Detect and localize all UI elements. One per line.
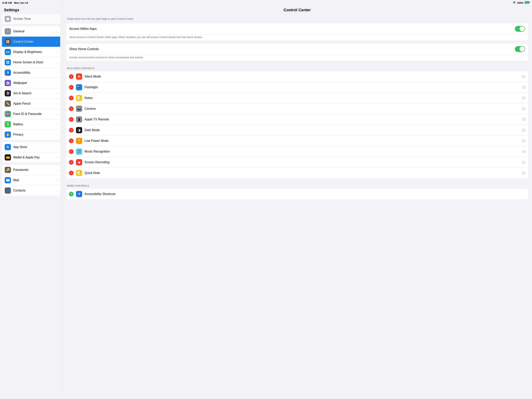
apple-tv-remote-drag-handle[interactable] xyxy=(522,118,525,121)
sidebar-item-appstore[interactable]: A App Store › xyxy=(2,142,60,152)
notes-label: Notes xyxy=(84,96,522,100)
remove-music-recognition-button[interactable] xyxy=(69,149,74,154)
more-controls-list: ♿ Accessibility Shortcuts xyxy=(66,189,528,199)
apple-tv-remote-icon: 📱 xyxy=(76,116,82,122)
notes-drag-handle[interactable] xyxy=(522,97,525,99)
control-item-dark-mode: ◑ Dark Mode xyxy=(66,125,528,135)
mail-icon: ✉️ xyxy=(5,177,11,183)
sidebar-item-mail[interactable]: ✉️ Mail › xyxy=(2,175,60,186)
sidebar-item-wallpaper[interactable]: 🌸 Wallpaper › xyxy=(2,78,60,88)
remove-flashlight-button[interactable] xyxy=(69,85,74,90)
privacy-icon: ✋ xyxy=(5,131,11,138)
battery-icon-sidebar: 🔋 xyxy=(5,121,11,127)
music-recognition-drag-handle[interactable] xyxy=(522,150,525,153)
camera-drag-handle[interactable] xyxy=(522,108,525,110)
access-within-apps-toggle[interactable] xyxy=(515,26,525,32)
siri-icon: 🔮 xyxy=(5,90,11,97)
dot-2 xyxy=(297,8,298,9)
accessibility-shortcuts-label: Accessibility Shortcuts xyxy=(84,192,525,196)
sidebar: Settings 🕐 Screen Time › ⚙️ General › Co… xyxy=(0,0,62,399)
svg-rect-5 xyxy=(6,42,8,43)
remove-notes-button[interactable] xyxy=(69,96,74,100)
toggle-section: Access Within Apps Allow access to Contr… xyxy=(66,23,528,40)
chevron-icon: › xyxy=(57,17,57,20)
control-center-icon xyxy=(5,39,11,45)
chevron-icon: › xyxy=(57,92,57,95)
svg-rect-6 xyxy=(8,42,9,43)
sidebar-item-display[interactable]: AA Display & Brightness › xyxy=(2,47,60,57)
chevron-icon: › xyxy=(57,61,57,64)
remove-silent-mode-button[interactable] xyxy=(69,74,74,79)
low-power-mode-drag-handle[interactable] xyxy=(522,140,525,142)
sidebar-item-general[interactable]: ⚙️ General › xyxy=(2,26,60,37)
dark-mode-drag-handle[interactable] xyxy=(522,129,525,131)
remove-quick-note-button[interactable] xyxy=(69,171,74,175)
sidebar-item-pencil[interactable]: ✏️ Apple Pencil › xyxy=(2,99,60,109)
music-recognition-label: Music Recognition xyxy=(84,150,522,153)
appstore-label: App Store xyxy=(13,145,27,149)
content-body: Swipe down from the top-right edge to op… xyxy=(62,14,532,206)
dark-mode-label: Dark Mode xyxy=(84,129,522,132)
chevron-icon: › xyxy=(57,40,57,43)
display-icon: AA xyxy=(5,49,11,55)
sidebar-item-control-center[interactable]: Control Center › xyxy=(2,37,60,47)
passwords-icon: 🔑 xyxy=(5,167,11,173)
sidebar-item-screen-time[interactable]: 🕐 Screen Time › xyxy=(2,14,60,24)
passwords-label: Passwords xyxy=(13,168,28,172)
show-home-controls-section: Show Home Controls Include recommended c… xyxy=(66,44,528,61)
camera-icon: 📷 xyxy=(76,106,82,112)
faceid-label: Face ID & Passcode xyxy=(13,112,42,116)
control-item-accessibility-shortcuts: ♿ Accessibility Shortcuts xyxy=(66,189,528,199)
battery-label: Battery xyxy=(13,122,23,126)
screen-recording-drag-handle[interactable] xyxy=(522,161,525,163)
silent-mode-drag-handle[interactable] xyxy=(522,75,525,78)
remove-screen-recording-button[interactable] xyxy=(69,160,74,165)
control-item-camera: 📷 Camera xyxy=(66,103,528,114)
sidebar-item-siri[interactable]: 🔮 Siri & Search › xyxy=(2,88,60,99)
sidebar-item-passwords[interactable]: 🔑 Passwords › xyxy=(2,165,60,175)
wallet-icon: 💳 xyxy=(5,154,11,161)
sidebar-section-3: 🔑 Passwords › ✉️ Mail › 👤 Contacts › xyxy=(2,165,60,196)
sidebar-title: Settings xyxy=(0,6,62,14)
sidebar-item-privacy[interactable]: ✋ Privacy › xyxy=(2,129,60,140)
flashlight-drag-handle[interactable] xyxy=(522,86,525,89)
access-within-apps-description: Allow access to Control Center within ap… xyxy=(66,34,528,40)
svg-rect-4 xyxy=(8,40,9,41)
remove-apple-tv-remote-button[interactable] xyxy=(69,117,74,122)
sidebar-item-accessibility[interactable]: ♿ Accessibility › xyxy=(2,68,60,78)
screen-recording-icon: ⏺ xyxy=(76,159,82,165)
show-home-controls-toggle[interactable] xyxy=(515,46,525,52)
status-indicators: 100% xyxy=(513,1,530,4)
sidebar-item-home-screen[interactable]: Home Screen & Dock › xyxy=(2,57,60,68)
control-center-label: Control Center xyxy=(13,40,33,44)
notes-icon: 📝 xyxy=(76,95,82,101)
status-bar: 8:40 AM Mon Jun 14 100% xyxy=(0,0,532,6)
contacts-label: Contacts xyxy=(13,189,25,192)
add-accessibility-shortcuts-button[interactable] xyxy=(69,192,74,196)
sidebar-item-contacts[interactable]: 👤 Contacts › xyxy=(2,186,60,196)
camera-label: Camera xyxy=(84,107,522,110)
sidebar-item-wallet[interactable]: 💳 Wallet & Apple Pay › xyxy=(2,152,60,162)
remove-dark-mode-button[interactable] xyxy=(69,128,74,133)
quick-note-drag-handle[interactable] xyxy=(522,172,525,174)
quick-note-label: Quick Note xyxy=(84,171,522,175)
music-recognition-icon: 🎵 xyxy=(76,148,82,155)
control-item-apple-tv-remote: 📱 Apple TV Remote xyxy=(66,114,528,125)
general-label: General xyxy=(13,30,24,33)
apple-tv-remote-label: Apple TV Remote xyxy=(84,118,522,121)
svg-rect-2 xyxy=(529,2,530,3)
access-within-apps-row: Access Within Apps xyxy=(66,23,528,34)
status-time: 8:40 AM Mon Jun 14 xyxy=(2,1,28,4)
included-controls-list: 🔔 Silent Mode 🔦 Flashlight xyxy=(66,71,528,178)
chevron-icon: › xyxy=(57,179,57,182)
svg-rect-9 xyxy=(6,63,8,64)
accessibility-label: Accessibility xyxy=(13,71,30,74)
flashlight-icon: 🔦 xyxy=(76,84,82,90)
remove-camera-button[interactable] xyxy=(69,106,74,111)
dark-mode-icon: ◑ xyxy=(76,127,82,133)
silent-mode-icon: 🔔 xyxy=(76,73,82,80)
sidebar-item-battery[interactable]: 🔋 Battery › xyxy=(2,119,60,129)
remove-low-power-mode-button[interactable] xyxy=(69,139,74,143)
hint-text: Swipe down from the top-right edge to op… xyxy=(66,16,528,23)
sidebar-item-faceid[interactable]: 🆔 Face ID & Passcode › xyxy=(2,109,60,119)
